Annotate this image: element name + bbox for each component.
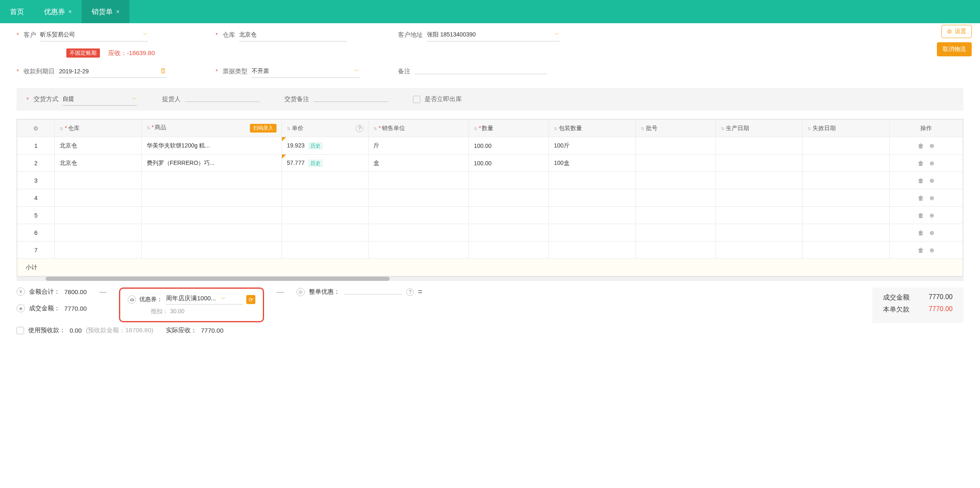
table-row[interactable]: 3🗑⊕ bbox=[17, 172, 963, 189]
cell-batch[interactable] bbox=[636, 242, 716, 259]
cell-prod-date[interactable] bbox=[716, 242, 802, 259]
cell-warehouse[interactable] bbox=[55, 207, 141, 224]
cell-qty[interactable] bbox=[468, 207, 548, 224]
delete-icon[interactable]: 🗑 bbox=[918, 143, 924, 149]
use-prepay-checkbox[interactable] bbox=[17, 327, 24, 334]
table-row[interactable]: 5🗑⊕ bbox=[17, 207, 963, 224]
cell-unit[interactable] bbox=[369, 207, 469, 224]
cell-unit[interactable]: 斤 bbox=[369, 137, 469, 155]
table-row[interactable]: 2北京仓费列罗（FERRERO）巧...57.777 历史盒100.00100盒… bbox=[17, 155, 963, 172]
help-icon[interactable]: ? bbox=[356, 125, 363, 132]
customer-select[interactable]: 昕乐贸易公司 ﹀ bbox=[40, 29, 148, 41]
add-icon[interactable]: ⊕ bbox=[929, 160, 934, 167]
sort-icon[interactable]: ⇅ bbox=[287, 126, 290, 131]
sort-icon[interactable]: ⇅ bbox=[147, 126, 150, 130]
delete-icon[interactable]: 🗑 bbox=[918, 177, 924, 184]
delete-icon[interactable]: 🗑 bbox=[918, 247, 924, 254]
cell-qty[interactable] bbox=[468, 224, 548, 242]
cell-unit[interactable]: 盒 bbox=[369, 155, 469, 172]
cell-prod-date[interactable] bbox=[716, 172, 802, 189]
cell-pack[interactable] bbox=[549, 172, 636, 189]
cell-warehouse[interactable] bbox=[55, 242, 141, 259]
cell-exp-date[interactable] bbox=[803, 155, 889, 172]
cell-prod-date[interactable] bbox=[716, 224, 802, 242]
cell-exp-date[interactable] bbox=[803, 242, 889, 259]
cell-warehouse[interactable] bbox=[55, 224, 141, 242]
billtype-select[interactable]: 不开票 ﹀ bbox=[252, 65, 359, 78]
refresh-icon[interactable]: ⟳ bbox=[246, 295, 255, 304]
cell-unit[interactable] bbox=[369, 224, 469, 242]
delete-icon[interactable]: 🗑 bbox=[918, 230, 924, 236]
cell-prod-date[interactable] bbox=[716, 155, 802, 172]
add-icon[interactable]: ⊕ bbox=[929, 230, 934, 236]
cell-warehouse[interactable] bbox=[55, 189, 141, 207]
cell-product[interactable] bbox=[141, 189, 281, 207]
cell-pack[interactable] bbox=[549, 189, 636, 207]
cell-warehouse[interactable]: 北京仓 bbox=[55, 137, 141, 155]
close-icon[interactable]: × bbox=[116, 8, 119, 15]
cell-product[interactable]: 华美华夫软饼1200g 糕... bbox=[141, 137, 281, 155]
cell-product[interactable]: 费列罗（FERRERO）巧... bbox=[141, 155, 281, 172]
cell-batch[interactable] bbox=[636, 172, 716, 189]
cell-price[interactable] bbox=[281, 242, 368, 259]
table-row[interactable]: 7🗑⊕ bbox=[17, 242, 963, 259]
cell-prod-date[interactable] bbox=[716, 137, 802, 155]
horizontal-scrollbar[interactable] bbox=[17, 277, 963, 281]
delivery-remark-input[interactable] bbox=[313, 97, 388, 102]
cell-batch[interactable] bbox=[636, 224, 716, 242]
cell-price[interactable] bbox=[281, 172, 368, 189]
delete-icon[interactable]: 🗑 bbox=[918, 195, 924, 201]
scrollbar-thumb[interactable] bbox=[46, 277, 390, 281]
cell-product[interactable] bbox=[141, 172, 281, 189]
delivery-select[interactable]: 自提 ﹀ bbox=[63, 93, 137, 106]
cell-qty[interactable]: 100.00 bbox=[468, 137, 548, 155]
cell-batch[interactable] bbox=[636, 207, 716, 224]
picker-input[interactable] bbox=[185, 97, 260, 102]
cell-pack[interactable]: 100盒 bbox=[549, 155, 636, 172]
add-icon[interactable]: ⊕ bbox=[929, 195, 934, 201]
cell-product[interactable] bbox=[141, 224, 281, 242]
cell-warehouse[interactable] bbox=[55, 172, 141, 189]
ship-now-checkbox[interactable] bbox=[413, 96, 420, 103]
cell-prod-date[interactable] bbox=[716, 207, 802, 224]
cell-exp-date[interactable] bbox=[803, 172, 889, 189]
cell-pack[interactable] bbox=[549, 207, 636, 224]
history-badge[interactable]: 历史 bbox=[308, 159, 323, 167]
help-icon[interactable]: ? bbox=[406, 288, 414, 296]
cell-batch[interactable] bbox=[636, 137, 716, 155]
cell-pack[interactable] bbox=[549, 224, 636, 242]
cell-pack[interactable] bbox=[549, 242, 636, 259]
cell-unit[interactable] bbox=[369, 189, 469, 207]
cell-qty[interactable] bbox=[468, 189, 548, 207]
sort-icon[interactable]: ⇅ bbox=[60, 126, 63, 131]
cell-price[interactable]: 19.923 历史 bbox=[281, 137, 368, 155]
cell-batch[interactable] bbox=[636, 155, 716, 172]
table-row[interactable]: 4🗑⊕ bbox=[17, 189, 963, 207]
history-badge[interactable]: 历史 bbox=[308, 142, 323, 150]
cancel-logistics-button[interactable]: 取消物流 bbox=[937, 42, 972, 56]
cell-prod-date[interactable] bbox=[716, 189, 802, 207]
add-icon[interactable]: ⊕ bbox=[929, 177, 934, 184]
delete-icon[interactable]: 🗑 bbox=[918, 160, 924, 167]
cell-batch[interactable] bbox=[636, 189, 716, 207]
address-select[interactable]: 张阳 18513400390 ﹀ bbox=[427, 29, 560, 41]
warehouse-select[interactable]: 北京仓 bbox=[239, 29, 347, 41]
cell-product[interactable] bbox=[141, 242, 281, 259]
sort-icon[interactable]: ⇅ bbox=[721, 126, 724, 131]
cell-price[interactable] bbox=[281, 207, 368, 224]
cell-qty[interactable] bbox=[468, 172, 548, 189]
sort-icon[interactable]: ⇅ bbox=[641, 126, 644, 131]
cell-exp-date[interactable] bbox=[803, 224, 889, 242]
sort-icon[interactable]: ⇅ bbox=[374, 126, 377, 131]
calendar-icon[interactable]: 🗓 bbox=[160, 68, 167, 75]
add-icon[interactable]: ⊕ bbox=[929, 247, 934, 254]
discount-input[interactable] bbox=[344, 289, 402, 295]
settings-button[interactable]: ⚙ 设置 bbox=[941, 25, 972, 38]
table-row[interactable]: 1北京仓华美华夫软饼1200g 糕...19.923 历史斤100.00100斤… bbox=[17, 137, 963, 155]
cell-unit[interactable] bbox=[369, 242, 469, 259]
add-icon[interactable]: ⊕ bbox=[929, 212, 934, 219]
sort-icon[interactable]: ⇅ bbox=[808, 126, 811, 131]
cell-price[interactable]: 57.777 历史 bbox=[281, 155, 368, 172]
cell-qty[interactable]: 100.00 bbox=[468, 155, 548, 172]
cell-exp-date[interactable] bbox=[803, 207, 889, 224]
